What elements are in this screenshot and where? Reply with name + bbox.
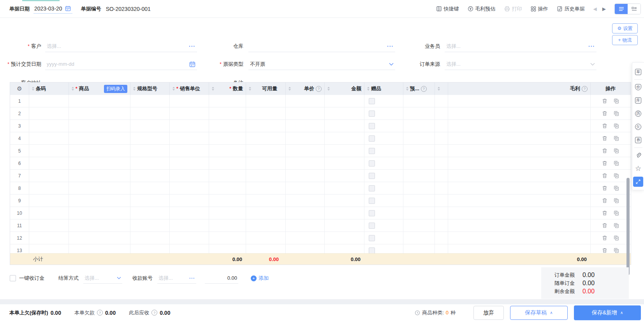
cell-quantity[interactable] — [209, 182, 246, 194]
cell-unit-price[interactable] — [286, 120, 325, 132]
cell-pre[interactable] — [403, 232, 435, 244]
header-sales-unit[interactable]: 销售单位 — [170, 82, 209, 95]
cell-spec[interactable] — [130, 207, 170, 219]
customer-field[interactable]: 选择... ··· — [45, 40, 197, 52]
sort-icon[interactable] — [289, 87, 291, 91]
cell-quantity[interactable] — [209, 157, 246, 169]
header-product[interactable]: 商品 扫码录入 — [69, 82, 130, 95]
cell-barcode[interactable] — [29, 207, 69, 219]
receivable-help-icon[interactable]: ? — [151, 310, 157, 316]
history-panel-icon[interactable]: 历 — [635, 107, 641, 120]
delete-row-icon[interactable] — [602, 160, 607, 166]
save-draft-button[interactable]: 保存草稿 ∧ — [510, 306, 568, 320]
delete-row-icon[interactable] — [602, 135, 607, 141]
order-source-select[interactable]: 选择... — [445, 58, 596, 70]
cell-quantity[interactable] — [209, 219, 246, 232]
cell-spec[interactable] — [130, 182, 170, 194]
cell-pre[interactable] — [403, 95, 435, 107]
salesman-more-icon[interactable]: ··· — [588, 44, 595, 49]
cell-pre[interactable] — [403, 107, 435, 119]
header-unit-price[interactable]: 单价 ? — [286, 82, 325, 95]
cell-barcode[interactable] — [29, 120, 69, 132]
cell-barcode[interactable] — [29, 195, 69, 207]
copy-row-icon[interactable] — [614, 160, 619, 166]
cell-amount[interactable] — [325, 170, 364, 182]
cell-amount[interactable] — [325, 207, 364, 219]
cell-barcode[interactable] — [29, 182, 69, 194]
header-barcode[interactable]: 条码 — [29, 82, 69, 95]
warehouse-more-icon[interactable]: ··· — [387, 44, 394, 49]
cell-sales-unit[interactable] — [170, 132, 209, 144]
gift-checkbox[interactable] — [369, 198, 375, 204]
cell-sales-unit[interactable] — [170, 195, 209, 207]
copy-row-icon[interactable] — [614, 210, 619, 216]
gift-checkbox[interactable] — [369, 135, 375, 142]
copy-row-icon[interactable] — [614, 148, 619, 154]
cell-product[interactable] — [69, 232, 130, 244]
pre-help-icon[interactable]: ? — [421, 86, 427, 92]
salesman-field[interactable]: 选择... ··· — [445, 40, 596, 52]
favorite-star-icon[interactable]: ☆ — [635, 162, 641, 175]
cell-unit-price[interactable] — [286, 132, 325, 144]
delete-row-icon[interactable] — [602, 223, 607, 228]
cell-unit-price[interactable] — [286, 244, 325, 253]
cell-unit-price[interactable] — [286, 232, 325, 244]
cell-amount[interactable] — [325, 132, 364, 144]
sort-icon[interactable] — [327, 87, 330, 91]
receiving-account-select[interactable]: 选择... ··· — [157, 273, 196, 284]
gift-checkbox[interactable] — [369, 148, 375, 154]
order-source-chevron-icon[interactable] — [590, 63, 595, 66]
delivery-date-calendar-icon[interactable] — [189, 61, 195, 67]
cell-amount[interactable] — [325, 95, 364, 107]
cell-product[interactable] — [69, 157, 130, 169]
cell-spec[interactable] — [130, 107, 170, 119]
cell-product[interactable] — [69, 107, 130, 119]
unit-price-help-icon[interactable]: ? — [316, 86, 322, 92]
cell-unit-price[interactable] — [286, 182, 325, 194]
attachment-icon[interactable] — [635, 149, 641, 162]
delete-row-icon[interactable] — [602, 210, 607, 216]
cell-sales-unit[interactable] — [170, 182, 209, 194]
cell-pre[interactable] — [403, 244, 435, 253]
cell-spec[interactable] — [130, 170, 170, 182]
header-extra-sort[interactable] — [435, 82, 448, 95]
cell-barcode[interactable] — [29, 107, 69, 119]
cell-unit-price[interactable] — [286, 170, 325, 182]
header-gift[interactable]: 赠品 — [364, 82, 403, 95]
cell-quantity[interactable] — [209, 170, 246, 182]
cell-barcode[interactable] — [29, 232, 69, 244]
cell-quantity[interactable] — [209, 132, 246, 144]
cell-quantity[interactable] — [209, 207, 246, 219]
cell-quantity[interactable] — [209, 244, 246, 253]
cell-unit-price[interactable] — [286, 95, 325, 107]
cell-unit-price[interactable] — [286, 195, 325, 207]
cell-barcode[interactable] — [29, 95, 69, 107]
doc-date-field[interactable]: 2023-03-20 — [33, 4, 72, 14]
cell-sales-unit[interactable] — [170, 120, 209, 132]
cell-pre[interactable] — [403, 182, 435, 194]
cell-spec[interactable] — [130, 145, 170, 157]
delivery-date-field[interactable]: yyyy-mm-dd — [45, 58, 197, 70]
delete-row-icon[interactable] — [602, 198, 607, 203]
copy-row-icon[interactable] — [614, 98, 619, 104]
gift-checkbox[interactable] — [369, 235, 375, 241]
invoice-type-chevron-icon[interactable] — [389, 63, 394, 66]
deposit-amount-input[interactable]: 0.00 — [205, 273, 238, 284]
cell-sales-unit[interactable] — [170, 232, 209, 244]
draft-panel-icon[interactable]: 草 — [635, 65, 641, 79]
cell-unit-price[interactable] — [286, 145, 325, 157]
gift-checkbox[interactable] — [369, 111, 375, 117]
cell-pre[interactable] — [403, 170, 435, 182]
cell-quantity[interactable] — [209, 95, 246, 107]
current-debt-help-icon[interactable]: ? — [97, 310, 103, 316]
cell-sales-unit[interactable] — [170, 157, 209, 169]
cell-spec[interactable] — [130, 219, 170, 232]
delete-row-icon[interactable] — [602, 247, 607, 253]
cell-spec[interactable] — [130, 232, 170, 244]
settings-button[interactable]: ⚙ 设置 — [612, 23, 638, 33]
save-and-new-button[interactable]: 保存&新增 ∧ — [574, 305, 641, 320]
copy-row-icon[interactable] — [614, 198, 619, 203]
discard-button[interactable]: 放弃 — [473, 306, 504, 320]
cell-quantity[interactable] — [209, 195, 246, 207]
cell-barcode[interactable] — [29, 157, 69, 169]
